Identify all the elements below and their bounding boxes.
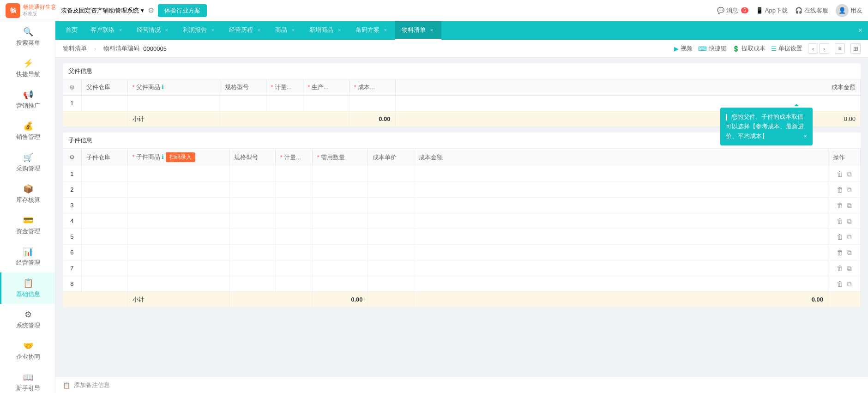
child-needed-qty-5[interactable] <box>312 229 368 245</box>
child-qty-5[interactable] <box>275 229 312 245</box>
child-cost-price-6[interactable] <box>368 245 414 260</box>
tab-home[interactable]: 首页 <box>59 21 84 40</box>
delete-btn-7[interactable]: 🗑 <box>836 263 844 273</box>
child-product-1[interactable] <box>127 166 229 182</box>
sidebar-item-finance[interactable]: 💳 资金管理 <box>0 210 55 241</box>
tab-close-new-product[interactable]: × <box>336 27 343 33</box>
child-cost-amount-8[interactable] <box>414 276 828 292</box>
child-cost-amount-6[interactable] <box>414 245 828 260</box>
view-action[interactable]: ▶ 视频 <box>674 44 693 53</box>
sidebar-item-quicknav[interactable]: ⚡ 快捷导航 <box>0 53 55 84</box>
delete-btn-6[interactable]: 🗑 <box>836 248 844 257</box>
delete-btn-5[interactable]: 🗑 <box>836 232 844 242</box>
child-needed-qty-7[interactable] <box>312 260 368 276</box>
child-warehouse-4[interactable] <box>81 213 127 229</box>
child-warehouse-7[interactable] <box>81 260 127 276</box>
app-download-item[interactable]: 📱 App下载 <box>756 6 788 15</box>
child-qty-1[interactable] <box>275 166 312 182</box>
parent-spec-1[interactable] <box>220 96 266 111</box>
copy-btn-5[interactable]: ⧉ <box>846 232 853 242</box>
child-cost-price-8[interactable] <box>368 276 414 292</box>
child-cost-price-3[interactable] <box>368 198 414 213</box>
tab-bom[interactable]: 物料清单 × <box>395 21 441 40</box>
scan-button[interactable]: 扫码录入 <box>166 152 195 162</box>
copy-btn-7[interactable]: ⧉ <box>846 263 853 273</box>
breadcrumb-bom-list[interactable]: 物料清单 <box>63 44 87 53</box>
child-cost-amount-7[interactable] <box>414 260 828 276</box>
parent-qty-1[interactable] <box>266 96 303 111</box>
tab-close-product[interactable]: × <box>290 27 296 33</box>
child-spec-5[interactable] <box>229 229 275 245</box>
child-product-6[interactable] <box>127 245 229 260</box>
child-cost-amount-4[interactable] <box>414 213 828 229</box>
sidebar-item-inventory[interactable]: 📦 库存核算 <box>0 178 55 210</box>
child-warehouse-1[interactable] <box>81 166 127 182</box>
tab-close-bom[interactable]: × <box>428 27 435 33</box>
child-warehouse-8[interactable] <box>81 276 127 292</box>
parent-cost-1[interactable] <box>349 96 395 111</box>
tab-operations[interactable]: 经营情况 × <box>130 21 176 40</box>
child-needed-qty-2[interactable] <box>312 182 368 198</box>
child-qty-7[interactable] <box>275 260 312 276</box>
child-needed-qty-1[interactable] <box>312 166 368 182</box>
tab-close-operations[interactable]: × <box>163 27 170 33</box>
tab-customer[interactable]: 客户联络 × <box>84 21 130 40</box>
child-spec-7[interactable] <box>229 260 275 276</box>
card-view-btn[interactable]: ⊞ <box>850 43 861 54</box>
child-qty-3[interactable] <box>275 198 312 213</box>
child-warehouse-2[interactable] <box>81 182 127 198</box>
sidebar-item-enterprise[interactable]: 🤝 企业协同 <box>0 335 55 367</box>
child-warehouse-5[interactable] <box>81 229 127 245</box>
grid-view-btn[interactable]: ≡ <box>835 43 845 54</box>
child-product-3[interactable] <box>127 198 229 213</box>
delete-btn-4[interactable]: 🗑 <box>836 216 844 226</box>
sidebar-item-sales[interactable]: 💰 销售管理 <box>0 115 55 147</box>
tab-close-history[interactable]: × <box>256 27 262 33</box>
child-cost-price-1[interactable] <box>368 166 414 182</box>
child-qty-2[interactable] <box>275 182 312 198</box>
shortcut-action[interactable]: ⌨ 快捷键 <box>698 44 727 53</box>
parent-produce-1[interactable] <box>303 96 349 111</box>
child-warehouse-6[interactable] <box>81 245 127 260</box>
child-cost-price-5[interactable] <box>368 229 414 245</box>
child-cost-amount-5[interactable] <box>414 229 828 245</box>
copy-btn-6[interactable]: ⧉ <box>846 248 853 257</box>
delete-btn-3[interactable]: 🗑 <box>836 200 844 210</box>
child-spec-4[interactable] <box>229 213 275 229</box>
close-all-tabs[interactable]: × <box>856 24 864 36</box>
sidebar-item-basic-info[interactable]: 📋 基础信息 <box>0 272 55 304</box>
copy-btn-4[interactable]: ⧉ <box>846 216 853 226</box>
child-cost-price-7[interactable] <box>368 260 414 276</box>
delete-btn-1[interactable]: 🗑 <box>836 169 844 179</box>
child-needed-qty-8[interactable] <box>312 276 368 292</box>
sidebar-item-system[interactable]: ⚙ 系统管理 <box>0 304 55 335</box>
child-spec-6[interactable] <box>229 245 275 260</box>
child-product-2[interactable] <box>127 182 229 198</box>
child-cost-amount-2[interactable] <box>414 182 828 198</box>
user-item[interactable]: 👤 用友 <box>836 4 862 17</box>
message-item[interactable]: 💬 消息 5 <box>717 6 748 15</box>
child-needed-qty-3[interactable] <box>312 198 368 213</box>
child-qty-4[interactable] <box>275 213 312 229</box>
parent-warehouse-1[interactable] <box>81 96 127 111</box>
online-service-item[interactable]: 🎧 在线客服 <box>795 6 828 15</box>
single-settings-action[interactable]: ☰ 单据设置 <box>771 44 802 53</box>
child-warehouse-3[interactable] <box>81 198 127 213</box>
delete-btn-2[interactable]: 🗑 <box>836 185 844 194</box>
tab-close-barcode[interactable]: × <box>382 27 389 33</box>
sidebar-item-operations[interactable]: 📊 经营管理 <box>0 241 55 272</box>
child-spec-3[interactable] <box>229 198 275 213</box>
child-spec-1[interactable] <box>229 166 275 182</box>
tab-history[interactable]: 经营历程 × <box>223 21 269 40</box>
delete-btn-8[interactable]: 🗑 <box>836 279 844 289</box>
tab-profit[interactable]: 利润报告 × <box>176 21 223 40</box>
trial-button[interactable]: 体验行业方案 <box>158 4 207 17</box>
sidebar-item-marketing[interactable]: 📢 营销推广 <box>0 84 55 115</box>
tooltip-close-btn[interactable]: × <box>803 132 807 141</box>
tab-barcode[interactable]: 条码方案 × <box>349 21 395 40</box>
copy-btn-3[interactable]: ⧉ <box>846 200 853 210</box>
sidebar-item-purchase[interactable]: 🛒 采购管理 <box>0 147 55 178</box>
child-cost-price-4[interactable] <box>368 213 414 229</box>
child-spec-2[interactable] <box>229 182 275 198</box>
system-title[interactable]: 装备及固定资产辅助管理系统 ▾ <box>61 6 144 15</box>
